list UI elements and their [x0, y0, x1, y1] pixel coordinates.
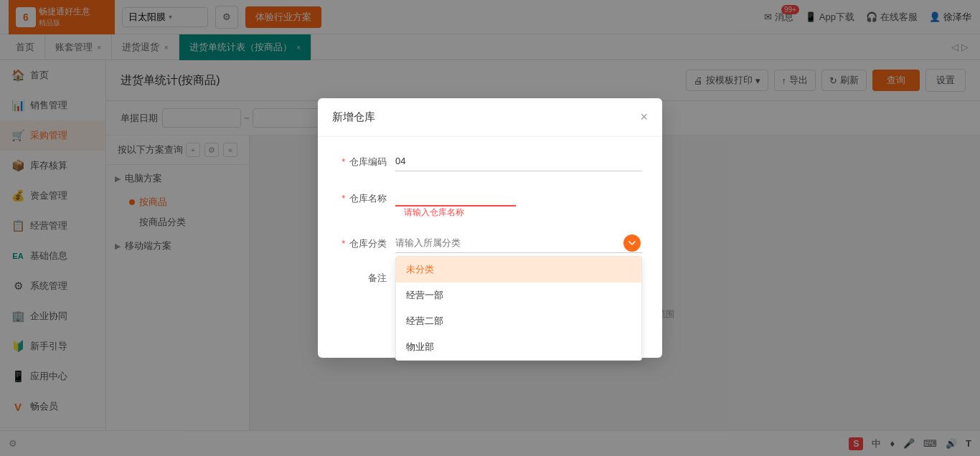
category-dropdown: 未分类 经营一部 经营二部 物业部: [395, 256, 642, 361]
category-arrow-icon[interactable]: [623, 234, 641, 252]
category-select-wrapper: 未分类 经营一部 经营二部 物业部: [395, 233, 642, 253]
category-field-row: * 仓库分类 未分类 经营一部 经营二部 物业部: [338, 233, 642, 253]
dropdown-item-ops1[interactable]: 经营一部: [396, 282, 641, 308]
category-input[interactable]: [395, 233, 642, 253]
modal-overlay: 新增仓库 × * 仓库编码 * 仓库名称: [0, 0, 980, 456]
name-field-inner: * 仓库名称: [338, 186, 516, 206]
modal-title: 新增仓库: [332, 110, 375, 124]
code-input[interactable]: [395, 151, 642, 171]
new-warehouse-modal: 新增仓库 × * 仓库编码 * 仓库名称: [318, 98, 662, 358]
category-label: * 仓库分类: [338, 233, 395, 250]
name-input[interactable]: [395, 186, 516, 206]
dropdown-item-property[interactable]: 物业部: [396, 334, 641, 360]
modal-close-button[interactable]: ×: [640, 110, 648, 125]
modal-header: 新增仓库 ×: [318, 98, 662, 137]
dropdown-item-ops2[interactable]: 经营二部: [396, 308, 641, 334]
name-label: * 仓库名称: [338, 188, 395, 205]
name-error-text: 请输入仓库名称: [404, 206, 464, 219]
name-error-area: 请输入仓库名称: [338, 206, 464, 219]
code-label: * 仓库编码: [338, 151, 395, 168]
code-field-row: * 仓库编码: [338, 151, 642, 171]
dropdown-item-unclassified[interactable]: 未分类: [396, 257, 641, 282]
name-field-row: * 仓库名称 请输入仓库名称: [338, 186, 642, 219]
note-label: 备注: [338, 267, 395, 285]
modal-body: * 仓库编码 * 仓库名称 请输入仓库名称: [318, 137, 662, 319]
